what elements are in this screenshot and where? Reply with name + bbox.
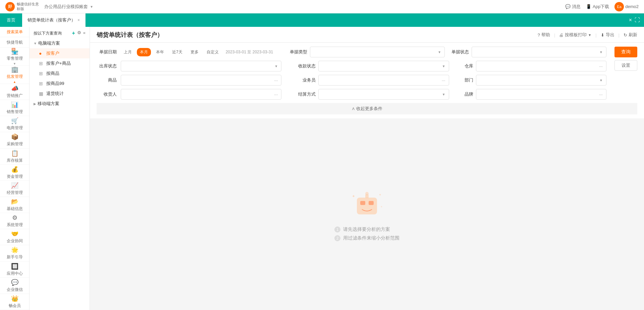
sidebar-item-retail[interactable]: 🏪 零售管理 ▼ [0, 48, 29, 66]
goods-input[interactable]: ··· [121, 75, 281, 86]
logo-text: 畅捷信好生意 标版 [17, 2, 39, 11]
print-dropdown-icon: ▼ [588, 33, 591, 37]
scheme-by-customer-goods[interactable]: ⊞ 按客户+商品 [30, 58, 90, 68]
logo-icon: 好 [5, 2, 15, 11]
date-range-text: 2023-03-01 至 2023-03-31 [226, 49, 273, 55]
warehouse-label: 仓库 [453, 63, 473, 69]
sidebar-search[interactable]: 搜索菜单 [0, 27, 29, 37]
avatar: Ea [614, 2, 624, 11]
department-arrow: ▼ [599, 79, 603, 82]
sidebar-item-enterprise[interactable]: 🤝 企业协同 [0, 229, 29, 245]
payment-status-label: 收款状态 [296, 63, 316, 69]
pc-group-toggle[interactable]: ▼ 电脑端方案 [30, 38, 90, 48]
scheme-active-icon: ● [39, 51, 45, 56]
member-icon: 👑 [11, 295, 18, 302]
brand-dots[interactable]: ··· [599, 92, 603, 97]
out-status-arrow: ▼ [274, 64, 278, 68]
payment-status-arrow: ▼ [442, 64, 445, 68]
svg-text:✦: ✦ [379, 193, 381, 197]
collapse-panel-btn[interactable]: « [83, 30, 86, 36]
date-last-month-btn[interactable]: 上月 [121, 48, 135, 56]
receiver-input[interactable]: ··· [121, 89, 281, 100]
topbar-page-title: 办公用品行业模拟账套 [44, 4, 88, 10]
empty-state: ✦ ✦ ✦ 1 请先选择要分析的方案 2 用过滤条件来缩小分析范围 [90, 118, 644, 310]
date-last7-btn[interactable]: 近7天 [169, 48, 185, 56]
salesperson-input[interactable]: ··· [318, 75, 449, 86]
sidebar-item-apps[interactable]: 🔲 应用中心 [0, 262, 29, 278]
retail-icon: 🏪 [11, 48, 18, 55]
goods-dots[interactable]: ··· [274, 78, 278, 83]
query-btn[interactable]: 查询 [614, 47, 637, 57]
settings-scheme-btn[interactable]: ⚙ [77, 30, 81, 36]
procurement-icon: 📦 [11, 133, 18, 141]
sidebar-item-member[interactable]: 👑 畅会员 [0, 294, 29, 310]
topbar-dropdown-icon[interactable]: ▾ [91, 4, 93, 9]
date-more-btn[interactable]: 更多 [187, 48, 202, 56]
warehouse-dots[interactable]: ··· [599, 64, 603, 69]
date-custom-btn[interactable]: 自定义 [204, 48, 222, 56]
department-select[interactable]: ▼ [476, 75, 606, 86]
pc-group-arrow: ▼ [34, 42, 37, 45]
tab-maximize-btn[interactable]: ⛶ [635, 17, 640, 23]
sidebar-item-finance[interactable]: 💰 资金管理 [0, 165, 29, 181]
salesperson-dots[interactable]: ··· [442, 78, 445, 83]
date-this-year-btn[interactable]: 本年 [153, 48, 167, 56]
tabbar: 首页 销货单统计表（按客户） × × ⛶ [0, 13, 644, 27]
warehouse-input[interactable]: ··· [476, 61, 606, 71]
page-header: 销货单统计表（按客户） ? 帮助 | 🖨 按模板打印 ▼ | ⬇ [90, 27, 644, 43]
sales-icon: 📊 [11, 101, 18, 108]
app-download-icon: 📱 [586, 4, 591, 9]
date-label: 单据日期 [97, 49, 117, 55]
payment-status-select[interactable]: ▼ [318, 61, 449, 71]
bill-status-select[interactable]: ▼ [472, 47, 606, 57]
receiver-dots[interactable]: ··· [274, 92, 278, 97]
filter-row-2: 出库状态 ▼ 收款状态 ▼ 仓 [97, 61, 606, 71]
tab-active[interactable]: 销货单统计表（按客户） × [22, 13, 86, 27]
divider3: | [619, 33, 620, 38]
scheme-by-customer[interactable]: ● 按客户 [30, 48, 90, 58]
wholesale-icon: 🏢 [11, 66, 18, 73]
sidebar-item-newbie[interactable]: 🌟 新手引导 [0, 245, 29, 261]
newbie-icon: 🌟 [11, 246, 18, 254]
sidebar-quick-nav[interactable]: 快捷导航 [0, 37, 29, 48]
collapse-row[interactable]: ∧ 收起更多条件 [97, 103, 637, 114]
refresh-btn[interactable]: ↻ 刷新 [624, 32, 637, 38]
inventory-icon: 📋 [11, 150, 18, 157]
sidebar-item-inventory[interactable]: 📋 库存核算 [0, 149, 29, 165]
user-menu[interactable]: Ea demo2 [614, 2, 639, 11]
out-status-select[interactable]: ▼ [121, 61, 281, 71]
brand-input[interactable]: ··· [476, 89, 606, 100]
mobile-group-toggle[interactable]: ▶ 移动端方案 [30, 99, 90, 109]
add-scheme-btn[interactable]: + [72, 30, 75, 36]
svg-rect-0 [357, 198, 377, 214]
date-this-month-btn[interactable]: 本月 [137, 48, 151, 56]
tab-home[interactable]: 首页 [0, 13, 22, 27]
sidebar-item-system[interactable]: ⚙ 系统管理 [0, 213, 29, 229]
app-download-btn[interactable]: 📱 App下载 [586, 4, 609, 10]
scheme-return-stats[interactable]: ▦ 退货统计 [30, 89, 90, 99]
tab-close-icon[interactable]: × [77, 18, 80, 22]
sidebar-item-operations[interactable]: 📈 经营管理 [0, 181, 29, 197]
settlement-select[interactable]: ▼ [318, 89, 449, 100]
sidebar-item-wholesale[interactable]: 🏢 批发管理 ▲ [0, 66, 29, 84]
sidebar-item-ecommerce[interactable]: 🛒 电商管理 [0, 116, 29, 132]
print-icon: 🖨 [559, 33, 564, 38]
setting-btn[interactable]: 设置 [614, 60, 637, 71]
sidebar-item-marketing[interactable]: 📣 营销推广 [0, 84, 29, 100]
sidebar-item-procurement[interactable]: 📦 采购管理 [0, 132, 29, 148]
svg-rect-2 [369, 201, 374, 205]
export-btn[interactable]: ⬇ 导出 [601, 32, 614, 38]
scheme-by-goods[interactable]: ⊞ 按商品 [30, 68, 90, 79]
scheme-by-goods-99[interactable]: ⊞ 按商品99 [30, 79, 90, 89]
sidebar-item-basic[interactable]: 📂 基础信息 [0, 197, 29, 213]
bill-type-select[interactable]: ▼ [310, 47, 445, 57]
message-btn[interactable]: 💬 消息 [565, 4, 581, 10]
tab-minimize-btn[interactable]: × [629, 17, 632, 23]
sidebar-item-wechat[interactable]: 💬 企业微信 [0, 278, 29, 294]
help-btn[interactable]: ? 帮助 [538, 32, 550, 38]
marketing-icon: 📣 [11, 85, 18, 92]
print-btn[interactable]: 🖨 按模板打印 ▼ [559, 32, 591, 38]
system-icon: ⚙ [12, 214, 17, 221]
sidebar-item-sales[interactable]: 📊 销售管理 [0, 100, 29, 116]
out-status-label: 出库状态 [97, 63, 117, 69]
